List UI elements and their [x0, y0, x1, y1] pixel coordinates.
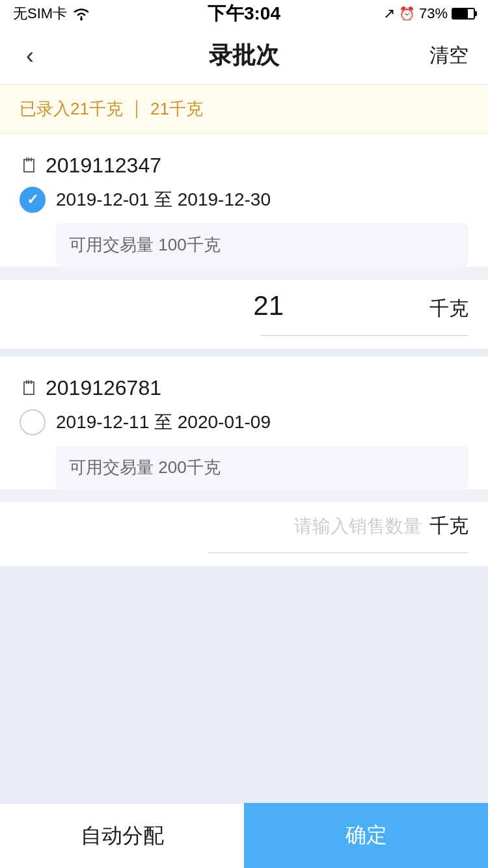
carrier-label: 无SIM卡: [13, 4, 67, 23]
back-button[interactable]: ‹: [20, 36, 40, 76]
alarm-icon: ⏰: [399, 6, 415, 21]
item2-doc-icon: 🗒: [20, 377, 39, 400]
item2-avail-box: 可用交易量 200千克: [56, 446, 468, 489]
item2-unit: 千克: [429, 513, 468, 539]
status-bar: 无SIM卡 下午3:04 ↗ ⏰ 73%: [0, 0, 488, 27]
item2-amount-wrapper: 请输入销售数量 千克: [0, 502, 488, 566]
bottom-bar: 自动分配 确定: [0, 803, 488, 868]
info-banner-label: 已录入21千克: [20, 98, 123, 120]
item2-card: 🗒 2019126781 2019-12-11 至 2020-01-09 可用交…: [0, 357, 488, 489]
page-title: 录批次: [209, 40, 279, 72]
item1-id: 2019112347: [46, 154, 161, 178]
item2-header: 🗒 2019126781: [20, 376, 468, 400]
item1-doc-icon: 🗒: [20, 155, 39, 177]
svg-point-0: [80, 18, 83, 21]
section-divider: [0, 349, 488, 357]
item1-amount: 21: [253, 290, 284, 321]
empty-area: [0, 566, 488, 826]
nav-bar: ‹ 录批次 清空: [0, 27, 488, 85]
info-banner: 已录入21千克 21千克: [0, 85, 488, 134]
item2-avail-text: 可用交易量 200千克: [69, 457, 221, 477]
item2-date: 2019-12-11 至 2020-01-09: [56, 410, 271, 435]
item2-radio[interactable]: [20, 409, 46, 435]
confirm-button[interactable]: 确定: [244, 803, 488, 868]
location-icon: ↗: [383, 5, 395, 22]
item1-avail-box: 可用交易量 100千克: [56, 223, 468, 267]
item2-row[interactable]: 2019-12-11 至 2020-01-09: [20, 409, 468, 435]
status-bar-left: 无SIM卡: [13, 4, 90, 23]
info-banner-divider: [136, 100, 137, 118]
item1-card: 🗒 2019112347 ✓ 2019-12-01 至 2019-12-30 可…: [0, 134, 488, 267]
item1-unit: 千克: [429, 295, 468, 322]
item2-id: 2019126781: [46, 376, 161, 400]
info-banner-value: 21千克: [150, 98, 203, 120]
item1-avail-text: 可用交易量 100千克: [69, 235, 221, 254]
item2-input-placeholder[interactable]: 请输入销售数量: [294, 514, 422, 539]
item1-row[interactable]: ✓ 2019-12-01 至 2019-12-30: [20, 187, 468, 213]
status-bar-time: 下午3:04: [208, 1, 280, 26]
item1-amount-row: 21 千克: [0, 280, 488, 335]
item2-input-row: 请输入销售数量 千克: [0, 502, 488, 552]
item1-radio[interactable]: ✓: [20, 187, 46, 213]
status-bar-right: ↗ ⏰ 73%: [383, 5, 475, 22]
battery-percent: 73%: [419, 5, 448, 22]
battery-icon: [452, 8, 475, 20]
item1-check-icon: ✓: [27, 191, 38, 208]
item1-date: 2019-12-01 至 2019-12-30: [56, 187, 271, 212]
wifi-icon: [72, 7, 90, 21]
item1-header: 🗒 2019112347: [20, 154, 468, 178]
auto-distribute-button[interactable]: 自动分配: [0, 803, 244, 868]
clear-button[interactable]: 清空: [429, 42, 468, 69]
item1-amount-wrapper: 21 千克: [0, 280, 488, 349]
